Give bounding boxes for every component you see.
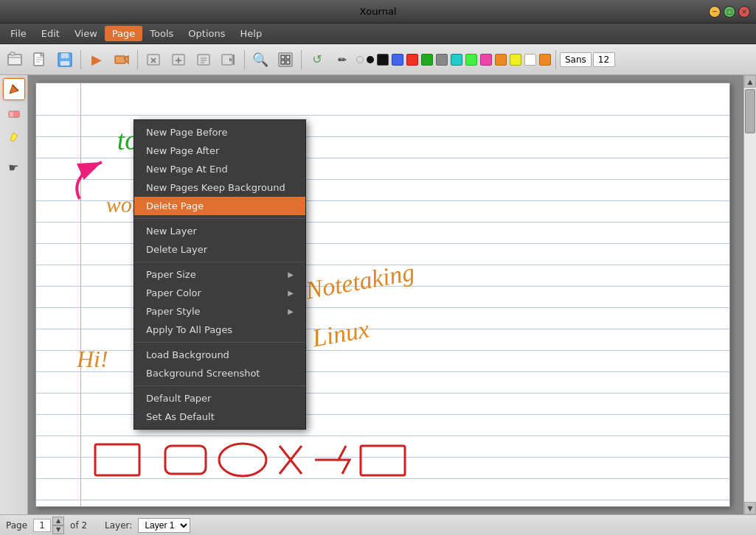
menu-sep-1 xyxy=(134,218,305,219)
nav-right-button[interactable]: ▶ xyxy=(85,48,108,71)
page-margin xyxy=(80,83,81,506)
page-dropdown-menu: New Page Before New Page After New Page … xyxy=(133,119,306,430)
page-remove-button[interactable] xyxy=(142,48,165,71)
menu-sep-2 xyxy=(134,262,305,262)
color-gray[interactable] xyxy=(436,54,448,66)
maximize-button[interactable]: □ xyxy=(724,6,735,18)
layer-select[interactable]: Layer 1 xyxy=(138,518,190,533)
menu-paper-color[interactable]: Paper Color ▶ xyxy=(134,284,305,302)
menu-delete-layer[interactable]: Delete Layer xyxy=(134,240,305,259)
svg-rect-0 xyxy=(8,55,21,65)
scrollbar[interactable]: ▲ ▼ xyxy=(743,75,756,514)
color-orange[interactable] xyxy=(495,54,507,66)
menu-help[interactable]: Help xyxy=(233,26,270,41)
eraser-button[interactable]: ✏ xyxy=(330,48,354,71)
highlighter-tool[interactable] xyxy=(3,125,25,147)
menu-background-screenshot[interactable]: Background Screenshot xyxy=(134,364,305,382)
color-red[interactable] xyxy=(406,54,418,66)
menu-file[interactable]: File xyxy=(3,26,34,41)
menubar: File Edit View Page Tools Options Help xyxy=(0,24,756,44)
pen-tool[interactable] xyxy=(3,78,25,100)
menu-new-layer[interactable]: New Layer xyxy=(134,222,305,240)
color-orange2[interactable] xyxy=(539,54,551,66)
svg-rect-25 xyxy=(281,55,285,59)
menu-paper-style[interactable]: Paper Style ▶ xyxy=(134,302,305,321)
font-name[interactable]: Sans xyxy=(560,52,592,67)
menu-paper-size[interactable]: Paper Size ▶ xyxy=(134,265,305,284)
menu-sep-3 xyxy=(134,342,305,343)
menu-options[interactable]: Options xyxy=(181,26,232,41)
paper-color-arrow: ▶ xyxy=(288,289,294,297)
toolbar-separator-3 xyxy=(244,50,245,69)
svg-rect-28 xyxy=(286,60,290,64)
page-add-button[interactable] xyxy=(167,48,190,71)
color-lime[interactable] xyxy=(465,54,477,66)
color-yellow[interactable] xyxy=(510,54,521,66)
paper-size-arrow: ▶ xyxy=(288,270,294,279)
menu-view[interactable]: View xyxy=(67,26,105,41)
page-spinner[interactable]: 1 ▲ ▼ xyxy=(33,517,64,534)
minimize-button[interactable]: ─ xyxy=(709,6,721,18)
new-button[interactable] xyxy=(28,48,52,71)
svg-rect-17 xyxy=(198,55,209,65)
left-toolbar: ☛ xyxy=(0,75,28,514)
toolbar: ▶ 🔍 ↺ ✏ Sans 12 xyxy=(0,44,756,75)
color-dot-black[interactable] xyxy=(367,56,374,63)
statusbar: Page 1 ▲ ▼ of 2 Layer: Layer 1 xyxy=(0,514,756,535)
menu-load-background[interactable]: Load Background xyxy=(134,346,305,364)
nav-prev-button[interactable] xyxy=(110,48,133,71)
toolbar-separator-2 xyxy=(137,50,138,69)
font-size[interactable]: 12 xyxy=(593,52,615,67)
undo-button[interactable]: ↺ xyxy=(305,48,329,71)
svg-rect-27 xyxy=(281,60,285,64)
menu-page[interactable]: Page xyxy=(105,26,142,41)
eraser-tool[interactable] xyxy=(3,102,25,124)
color-white[interactable] xyxy=(524,54,536,66)
page-label: Page xyxy=(6,520,27,531)
scroll-tool[interactable]: ☛ xyxy=(3,156,25,178)
page-nav-button[interactable] xyxy=(192,48,215,71)
menu-new-page-before[interactable]: New Page Before xyxy=(134,123,305,141)
canvas-area[interactable]: to Linuxhint! works great on linux Happy… xyxy=(28,75,743,514)
fit-button[interactable] xyxy=(274,48,297,71)
menu-default-paper[interactable]: Default Paper xyxy=(134,389,305,408)
main-area: ☛ to Linuxhint! works great on linux Hap… xyxy=(0,75,756,514)
open-button[interactable] xyxy=(3,48,27,71)
page-up-button[interactable]: ▲ xyxy=(52,517,64,525)
save-button[interactable] xyxy=(53,48,77,71)
scroll-up-button[interactable]: ▲ xyxy=(744,75,756,88)
scroll-thumb[interactable] xyxy=(745,89,755,133)
toolbar-separator-4 xyxy=(301,50,302,69)
menu-tools[interactable]: Tools xyxy=(142,26,181,41)
menu-apply-all-pages[interactable]: Apply To All Pages xyxy=(134,321,305,339)
page-down-button[interactable]: ▼ xyxy=(52,525,64,534)
svg-rect-7 xyxy=(61,53,69,58)
zoom-button[interactable]: 🔍 xyxy=(249,48,272,71)
color-black[interactable] xyxy=(377,54,389,66)
menu-new-page-after[interactable]: New Page After xyxy=(134,141,305,160)
svg-rect-8 xyxy=(60,61,69,66)
menu-set-as-default[interactable]: Set As Default xyxy=(134,408,305,426)
page-end-button[interactable] xyxy=(217,48,240,71)
color-green[interactable] xyxy=(421,54,433,66)
color-pink[interactable] xyxy=(480,54,492,66)
menu-new-pages-keep-bg[interactable]: New Pages Keep Background xyxy=(134,178,305,197)
color-transparent[interactable] xyxy=(356,56,364,63)
toolbar-separator-5 xyxy=(555,50,556,69)
svg-rect-9 xyxy=(115,56,125,63)
menu-edit[interactable]: Edit xyxy=(34,26,67,41)
svg-rect-31 xyxy=(14,111,19,117)
svg-rect-26 xyxy=(286,55,290,59)
scroll-track[interactable] xyxy=(744,88,756,502)
menu-sep-4 xyxy=(134,385,305,386)
color-cyan[interactable] xyxy=(451,54,462,66)
scroll-down-button[interactable]: ▼ xyxy=(744,502,756,514)
menu-new-page-at-end[interactable]: New Page At End xyxy=(134,160,305,178)
menu-delete-page[interactable]: Delete Page xyxy=(134,197,305,215)
color-blue[interactable] xyxy=(392,54,403,66)
window-controls: ─ □ ✕ xyxy=(709,6,750,18)
page-total: of 2 xyxy=(70,520,87,531)
page-number: 1 xyxy=(33,519,51,532)
close-button[interactable]: ✕ xyxy=(738,6,750,18)
layer-label: Layer: xyxy=(105,520,132,531)
